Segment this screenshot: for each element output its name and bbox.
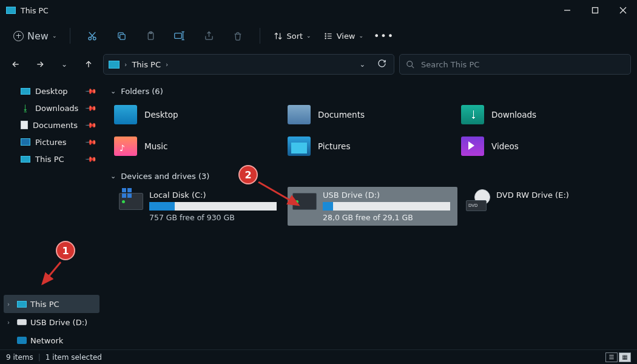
svg-line-25 <box>42 262 61 284</box>
view-icon <box>323 32 333 41</box>
status-item-count: 9 items <box>6 353 33 362</box>
annotation-bubble-2: 2 <box>238 165 258 184</box>
cut-button[interactable] <box>79 25 106 47</box>
nav-row: ⌄ › This PC › ⌄ Search This PC <box>0 51 637 78</box>
documents-icon <box>21 121 28 129</box>
folder-icon <box>288 136 311 156</box>
sidebar-quick-thispc[interactable]: This PC📌 <box>0 150 103 167</box>
folders-group-header[interactable]: ⌄Folders (6) <box>110 83 630 99</box>
breadcrumb-separator: › <box>166 61 168 69</box>
drives-group-header[interactable]: ⌄Devices and drives (3) <box>110 167 630 184</box>
breadcrumb-separator: › <box>124 61 127 69</box>
folder-icon <box>461 136 484 156</box>
svg-point-4 <box>89 37 92 40</box>
paste-button[interactable] <box>137 25 164 47</box>
drives-grid: Local Disk (C:) 757 GB free of 930 GB US… <box>114 187 630 226</box>
search-box[interactable]: Search This PC <box>399 54 631 75</box>
recent-dropdown[interactable]: ⌄ <box>55 55 74 74</box>
sort-label: Sort <box>286 32 303 41</box>
svg-point-22 <box>407 61 413 66</box>
view-mode-toggle: ☰ ▦ <box>605 352 631 362</box>
pictures-icon <box>21 138 30 146</box>
expand-icon[interactable]: › <box>7 319 13 326</box>
pin-icon: 📌 <box>85 119 98 132</box>
refresh-button[interactable] <box>374 56 390 73</box>
drive-icon <box>119 193 143 210</box>
sidebar: Desktop📌 ⭳Downloads📌 Documents📌 Pictures… <box>0 78 103 349</box>
annotation-arrow-1 <box>36 255 73 291</box>
sidebar-quick-desktop[interactable]: Desktop📌 <box>0 83 103 99</box>
folder-downloads[interactable]: ⭣Downloads <box>461 102 631 127</box>
folder-icon <box>114 105 137 124</box>
sidebar-quick-downloads[interactable]: ⭳Downloads📌 <box>0 99 103 116</box>
downloads-icon: ⭳ <box>21 104 30 112</box>
folder-pictures[interactable]: Pictures <box>288 133 457 159</box>
pin-icon: 📌 <box>85 85 98 98</box>
separator <box>260 28 260 44</box>
back-button[interactable] <box>6 55 25 74</box>
sidebar-tree-thispc[interactable]: ›This PC <box>4 295 99 313</box>
pin-icon: 📌 <box>85 136 98 149</box>
sort-button[interactable]: Sort ⌄ <box>269 29 315 43</box>
drive-usb-d[interactable]: USB Drive (D:) 28,0 GB free of 29,1 GB <box>288 187 457 226</box>
folder-music[interactable]: ♪Music <box>114 133 284 159</box>
folder-icon: ♪ <box>114 136 137 156</box>
maximize-button[interactable] <box>581 0 609 21</box>
search-icon <box>406 60 415 69</box>
expand-icon[interactable]: › <box>7 301 13 308</box>
copy-button[interactable] <box>108 25 135 47</box>
capacity-bar <box>323 202 450 211</box>
svg-rect-11 <box>175 33 182 39</box>
view-label: View <box>337 32 356 41</box>
up-button[interactable] <box>79 55 98 74</box>
this-pc-icon <box>109 61 120 69</box>
address-dropdown[interactable]: ⌄ <box>356 58 369 71</box>
dvd-icon: DVD <box>466 192 490 211</box>
sidebar-quick-documents[interactable]: Documents📌 <box>0 116 103 133</box>
toolbar: + New ⌄ Sort ⌄ View ⌄ ••• <box>0 21 637 51</box>
tiles-view-button[interactable]: ▦ <box>619 352 631 362</box>
content-pane: ⌄Folders (6) Desktop Documents ⭣Download… <box>103 78 637 349</box>
window-controls <box>553 0 637 21</box>
annotation-arrow-2 <box>254 177 308 214</box>
annotation-bubble-1: 1 <box>56 241 75 260</box>
view-button[interactable]: View ⌄ <box>318 29 368 43</box>
delete-button[interactable] <box>224 25 251 47</box>
folder-videos[interactable]: Videos <box>461 133 631 159</box>
svg-point-20 <box>325 38 326 38</box>
chevron-down-icon: ⌄ <box>52 33 57 39</box>
details-view-button[interactable]: ☰ <box>605 352 618 362</box>
folder-icon <box>288 105 311 124</box>
breadcrumb-this-pc[interactable]: This PC <box>132 60 161 69</box>
rename-button[interactable] <box>166 25 193 47</box>
minimize-button[interactable] <box>553 0 581 21</box>
folder-desktop[interactable]: Desktop <box>114 102 284 127</box>
sidebar-quick-pictures[interactable]: Pictures📌 <box>0 133 103 150</box>
sidebar-tree-usb[interactable]: ›USB Drive (D:) <box>0 313 103 331</box>
share-button[interactable] <box>195 25 222 47</box>
drive-dvd-e[interactable]: DVD DVD RW Drive (E:) <box>461 187 631 226</box>
this-pc-icon <box>21 156 30 163</box>
more-button[interactable]: ••• <box>371 25 397 47</box>
window-title: This PC <box>21 6 49 15</box>
svg-rect-1 <box>593 8 598 13</box>
sidebar-tree-network[interactable]: ›Network <box>0 331 103 349</box>
status-selected-count: 1 item selected <box>46 353 102 362</box>
svg-point-18 <box>325 35 326 36</box>
svg-rect-8 <box>120 34 126 39</box>
file-explorer-window: { "title": "This PC", "toolbar": { "new_… <box>0 0 637 364</box>
chevron-down-icon: ⌄ <box>306 33 311 39</box>
new-button[interactable]: + New ⌄ <box>8 28 61 44</box>
folder-documents[interactable]: Documents <box>288 102 457 127</box>
address-bar[interactable]: › This PC › ⌄ <box>103 54 394 75</box>
desktop-icon <box>21 88 30 95</box>
close-button[interactable] <box>609 0 637 21</box>
pin-icon: 📌 <box>85 153 98 166</box>
svg-line-27 <box>258 182 298 205</box>
svg-point-16 <box>325 33 326 34</box>
folders-grid: Desktop Documents ⭣Downloads ♪Music Pict… <box>114 102 630 159</box>
search-placeholder: Search This PC <box>421 60 479 69</box>
forward-button[interactable] <box>30 55 50 74</box>
pin-icon: 📌 <box>85 102 98 115</box>
titlebar: This PC <box>0 0 637 21</box>
